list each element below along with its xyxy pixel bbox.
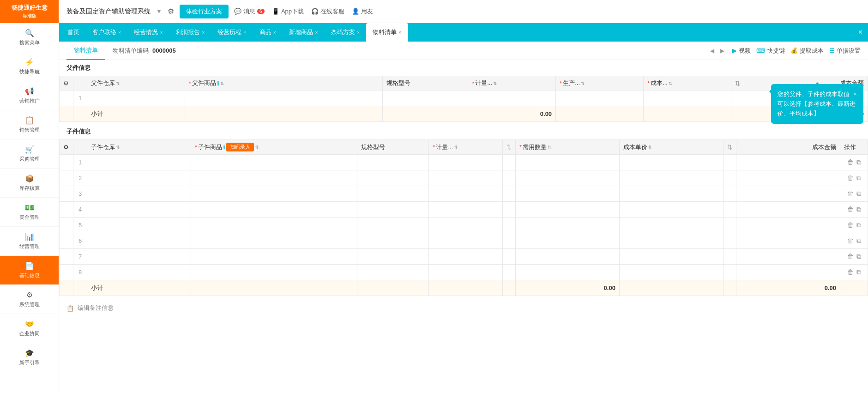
sidebar-item-marketing[interactable]: 📢 营销推广 bbox=[0, 81, 59, 110]
copy-icon[interactable]: ⧉ bbox=[856, 206, 861, 213]
prev-page-icon[interactable]: ◀ bbox=[707, 46, 717, 55]
tab-customer[interactable]: 客户联络 × bbox=[86, 23, 127, 42]
child-row-spec[interactable] bbox=[357, 233, 429, 249]
tab-product[interactable]: 商品 × bbox=[253, 23, 283, 42]
child-row-unit[interactable] bbox=[429, 170, 503, 186]
child-row-unit-cost[interactable] bbox=[619, 170, 723, 186]
tooltip-close-btn[interactable]: × bbox=[853, 90, 857, 99]
delete-icon[interactable]: 🗑 bbox=[847, 158, 854, 166]
parent-row-product[interactable] bbox=[185, 91, 383, 106]
sidebar-item-system[interactable]: ⚙ 系统管理 bbox=[0, 285, 59, 314]
sidebar-item-quicknav[interactable]: ⚡ 快捷导航 bbox=[0, 52, 59, 81]
next-page-icon[interactable]: ▶ bbox=[717, 46, 727, 55]
copy-icon[interactable]: ⧉ bbox=[856, 253, 861, 260]
child-row-unit-cost[interactable] bbox=[619, 249, 723, 265]
child-row-warehouse[interactable] bbox=[87, 265, 191, 280]
parent-row-warehouse[interactable] bbox=[87, 91, 185, 106]
online-service-item[interactable]: 🎧 在线客服 bbox=[311, 7, 344, 16]
child-row-spec[interactable] bbox=[357, 265, 429, 280]
child-row-product[interactable] bbox=[191, 202, 357, 218]
tab-history-close[interactable]: × bbox=[243, 30, 246, 35]
tab-profit[interactable]: 利润报告 × bbox=[169, 23, 211, 42]
child-row-unit[interactable] bbox=[429, 202, 503, 218]
child-row-unit-cost[interactable] bbox=[619, 186, 723, 202]
close-all-tabs[interactable]: × bbox=[855, 28, 866, 36]
child-row-quantity[interactable] bbox=[515, 265, 619, 280]
child-row-unit-cost[interactable] bbox=[619, 155, 723, 170]
child-row-product[interactable] bbox=[191, 218, 357, 233]
sidebar-item-operation[interactable]: 📊 经营管理 bbox=[0, 227, 59, 256]
delete-icon[interactable]: 🗑 bbox=[847, 253, 854, 260]
tab-operation[interactable]: 经营情况 × bbox=[127, 23, 169, 42]
child-row-unit[interactable] bbox=[429, 249, 503, 265]
tab-customer-close[interactable]: × bbox=[118, 30, 121, 35]
sidebar-item-basic[interactable]: 📄 基础信息 bbox=[0, 256, 59, 285]
child-row-warehouse[interactable] bbox=[87, 186, 191, 202]
child-row-warehouse[interactable] bbox=[87, 249, 191, 265]
child-row-warehouse[interactable] bbox=[87, 170, 191, 186]
child-row-spec[interactable] bbox=[357, 170, 429, 186]
child-row-warehouse[interactable] bbox=[87, 202, 191, 218]
note-label[interactable]: 编辑备注信息 bbox=[78, 304, 114, 312]
child-row-quantity[interactable] bbox=[515, 170, 619, 186]
parent-th-gear[interactable]: ⚙ bbox=[60, 76, 73, 91]
messages-item[interactable]: 💬 消息 6 bbox=[234, 7, 265, 16]
tab-history[interactable]: 经营历程 × bbox=[211, 23, 253, 42]
action-settings[interactable]: ☰ 单据设置 bbox=[829, 47, 861, 55]
copy-icon[interactable]: ⧉ bbox=[856, 237, 861, 245]
app-download-item[interactable]: 📱 App下载 bbox=[272, 7, 304, 16]
action-view[interactable]: ▶ 视频 bbox=[732, 47, 751, 55]
child-row-spec[interactable] bbox=[357, 186, 429, 202]
child-row-warehouse[interactable] bbox=[87, 218, 191, 233]
child-row-warehouse[interactable] bbox=[87, 155, 191, 170]
sidebar-item-finance[interactable]: 💵 资金管理 bbox=[0, 198, 59, 227]
child-row-quantity[interactable] bbox=[515, 155, 619, 170]
action-shortcut[interactable]: ⌨ 快捷键 bbox=[756, 47, 785, 55]
child-row-spec[interactable] bbox=[357, 249, 429, 265]
delete-icon[interactable]: 🗑 bbox=[847, 206, 854, 213]
child-row-quantity[interactable] bbox=[515, 249, 619, 265]
child-row-product[interactable] bbox=[191, 249, 357, 265]
sub-tab-list[interactable]: 物料清单 bbox=[66, 42, 105, 60]
delete-icon[interactable]: 🗑 bbox=[847, 268, 854, 276]
child-row-product[interactable] bbox=[191, 155, 357, 170]
gear-icon[interactable]: ⚙ bbox=[168, 7, 174, 16]
sidebar-item-search[interactable]: 🔍 搜索菜单 bbox=[0, 23, 59, 52]
sidebar-item-purchase[interactable]: 🛒 采购管理 bbox=[0, 139, 59, 169]
sidebar-item-cooperation[interactable]: 🤝 企业协同 bbox=[0, 314, 59, 343]
sidebar-item-inventory[interactable]: 📦 库存核算 bbox=[0, 169, 59, 198]
child-row-unit[interactable] bbox=[429, 233, 503, 249]
parent-row-unit[interactable] bbox=[468, 91, 556, 106]
child-row-product[interactable] bbox=[191, 233, 357, 249]
tab-barcode[interactable]: 条码方案 × bbox=[325, 23, 366, 42]
child-row-quantity[interactable] bbox=[515, 202, 619, 218]
child-row-spec[interactable] bbox=[357, 202, 429, 218]
child-row-product[interactable] bbox=[191, 186, 357, 202]
child-row-unit-cost[interactable] bbox=[619, 202, 723, 218]
parent-row-spec[interactable] bbox=[383, 91, 468, 106]
child-row-unit[interactable] bbox=[429, 186, 503, 202]
tab-product-close[interactable]: × bbox=[273, 30, 276, 35]
child-row-unit[interactable] bbox=[429, 218, 503, 233]
tab-bom[interactable]: 物料清单 × bbox=[366, 23, 408, 42]
tab-new-product-close[interactable]: × bbox=[315, 30, 318, 35]
delete-icon[interactable]: 🗑 bbox=[847, 190, 854, 198]
delete-icon[interactable]: 🗑 bbox=[847, 237, 854, 245]
child-row-quantity[interactable] bbox=[515, 186, 619, 202]
tab-new-product[interactable]: 新增商品 × bbox=[283, 23, 324, 42]
tab-bom-close[interactable]: × bbox=[398, 30, 401, 35]
child-row-quantity[interactable] bbox=[515, 218, 619, 233]
copy-icon[interactable]: ⧉ bbox=[856, 268, 861, 276]
dropdown-arrow-icon[interactable]: ▼ bbox=[156, 8, 162, 15]
child-row-unit-cost[interactable] bbox=[619, 265, 723, 280]
child-row-unit-cost[interactable] bbox=[619, 233, 723, 249]
copy-icon[interactable]: ⧉ bbox=[856, 190, 861, 198]
child-row-warehouse[interactable] bbox=[87, 233, 191, 249]
sidebar-item-sales[interactable]: 📋 销售管理 bbox=[0, 110, 59, 139]
child-row-product[interactable] bbox=[191, 170, 357, 186]
user-item[interactable]: 👤 用友 bbox=[352, 7, 373, 16]
child-row-product[interactable] bbox=[191, 265, 357, 280]
child-row-spec[interactable] bbox=[357, 218, 429, 233]
scan-button[interactable]: 扫码录入 bbox=[226, 143, 254, 151]
child-th-gear[interactable]: ⚙ bbox=[60, 140, 73, 155]
